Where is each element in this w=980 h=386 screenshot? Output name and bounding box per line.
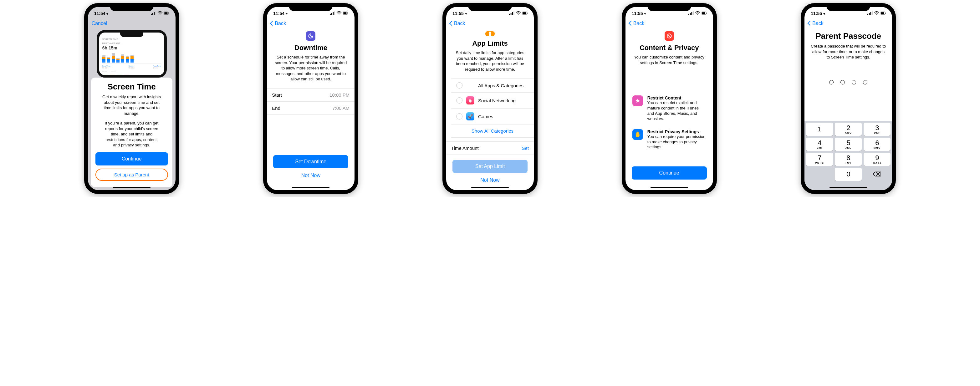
row-value: 10:00 PM bbox=[329, 92, 350, 98]
passcode-dot bbox=[840, 80, 845, 84]
time-amount-row[interactable]: Time Amount Set bbox=[446, 142, 534, 154]
svg-rect-9 bbox=[333, 12, 334, 15]
page-title: Parent Passcode bbox=[805, 31, 892, 43]
category-label: Games bbox=[478, 114, 493, 119]
cancel-button[interactable]: Cancel bbox=[92, 21, 107, 26]
passcode-dot bbox=[829, 80, 834, 84]
key-delete[interactable]: ⌫ bbox=[864, 168, 891, 181]
continue-button[interactable]: Continue bbox=[95, 152, 168, 165]
svg-rect-12 bbox=[344, 12, 347, 14]
svg-rect-24 bbox=[693, 11, 694, 15]
home-indicator[interactable] bbox=[113, 187, 151, 188]
feature-desc: You can restrict explicit and mature con… bbox=[648, 100, 706, 122]
radio-icon[interactable] bbox=[456, 97, 463, 103]
svg-rect-15 bbox=[511, 13, 512, 15]
row-value: Set bbox=[522, 145, 529, 151]
svg-rect-16 bbox=[512, 12, 513, 15]
phone-screen-4: 11:55 Back Content & Privacy You can cus… bbox=[622, 3, 717, 194]
end-row[interactable]: End 7:00 AM bbox=[267, 101, 355, 114]
chevron-left-icon bbox=[808, 21, 812, 26]
key-4[interactable]: 4GHI bbox=[806, 138, 833, 151]
category-label: Social Networking bbox=[478, 98, 515, 103]
games-icon: 🚀 bbox=[466, 112, 474, 121]
phone-screen-2: 11:54 Back Downtime Set a schedule for t… bbox=[263, 3, 358, 194]
row-label: End bbox=[272, 105, 280, 111]
start-row[interactable]: Start 10:00 PM bbox=[267, 89, 355, 101]
chevron-left-icon bbox=[270, 21, 275, 26]
key-9[interactable]: 9WXYZ bbox=[864, 152, 891, 166]
key-5[interactable]: 5JKL bbox=[835, 138, 862, 151]
wifi-icon bbox=[695, 11, 700, 16]
nav-bar: Back bbox=[267, 18, 355, 29]
radio-icon[interactable] bbox=[456, 113, 463, 119]
svg-rect-22 bbox=[690, 13, 690, 15]
page-title: Screen Time bbox=[95, 82, 168, 94]
set-app-limit-button[interactable]: Set App Limit bbox=[452, 160, 528, 173]
app-limits-icon bbox=[485, 31, 495, 36]
continue-button[interactable]: Continue bbox=[632, 167, 707, 179]
passcode-dot bbox=[852, 80, 856, 84]
row-value: 7:00 AM bbox=[332, 105, 350, 111]
setup-parent-button[interactable]: Set up as Parent bbox=[95, 168, 168, 181]
svg-rect-0 bbox=[151, 14, 152, 15]
feature-title: Restrict Privacy Settings bbox=[648, 129, 706, 134]
number-keypad: 1 2ABC 3DEF 4GHI 5JKL 6MNO 7PQRS 8TUV 9W… bbox=[805, 121, 892, 190]
back-button[interactable]: Back bbox=[808, 21, 824, 26]
home-indicator[interactable] bbox=[471, 187, 509, 188]
category-list: All Apps & Categories ◉ Social Networkin… bbox=[451, 78, 534, 138]
category-row[interactable]: ◉ Social Networking bbox=[451, 92, 534, 108]
page-desc: Set daily time limits for app categories… bbox=[446, 50, 534, 76]
key-blank bbox=[806, 168, 833, 181]
back-button[interactable]: Back bbox=[450, 21, 465, 26]
downtime-icon bbox=[306, 31, 315, 41]
home-indicator[interactable] bbox=[292, 187, 329, 188]
key-0[interactable]: 0 bbox=[835, 168, 862, 181]
key-3[interactable]: 3DEF bbox=[864, 122, 891, 136]
page-desc: Create a passcode that will be required … bbox=[805, 43, 892, 64]
svg-rect-23 bbox=[691, 12, 692, 15]
page-desc-2: If you're a parent, you can get reports … bbox=[95, 121, 168, 152]
key-1[interactable]: 1 bbox=[806, 122, 833, 136]
battery-icon bbox=[343, 11, 348, 16]
page-desc: You can customize content and privacy se… bbox=[625, 54, 713, 70]
svg-rect-7 bbox=[330, 14, 331, 15]
nav-bar: Back bbox=[805, 18, 892, 29]
set-downtime-button[interactable]: Set Downtime bbox=[273, 155, 348, 168]
key-8[interactable]: 8TUV bbox=[835, 152, 862, 166]
show-all-button[interactable]: Show All Categories bbox=[451, 124, 534, 137]
time-list: Start 10:00 PM End 7:00 AM bbox=[267, 88, 355, 115]
svg-rect-17 bbox=[514, 11, 514, 15]
svg-rect-20 bbox=[527, 13, 528, 14]
preview-phone: SCREEN TIME Daily Average 6h 15m FaceTim… bbox=[97, 30, 167, 78]
key-7[interactable]: 7PQRS bbox=[806, 152, 833, 166]
not-now-button[interactable]: Not Now bbox=[273, 172, 348, 179]
location-icon bbox=[105, 11, 109, 16]
feature-row: ★ Restrict Content You can restrict expl… bbox=[625, 92, 713, 125]
svg-rect-27 bbox=[706, 13, 706, 14]
svg-rect-31 bbox=[869, 13, 870, 15]
wifi-icon bbox=[515, 11, 521, 16]
svg-rect-30 bbox=[867, 14, 868, 15]
battery-icon bbox=[522, 11, 528, 16]
back-button[interactable]: Back bbox=[629, 21, 644, 26]
category-label: All Apps & Categories bbox=[478, 83, 523, 88]
back-button[interactable]: Back bbox=[270, 21, 286, 26]
nav-bar: Back bbox=[446, 18, 534, 29]
phone-screen-1: 11:54 Cancel SCREEN TIME Dai bbox=[84, 3, 179, 194]
home-indicator[interactable] bbox=[829, 187, 867, 188]
svg-rect-8 bbox=[331, 13, 332, 15]
home-indicator[interactable] bbox=[651, 187, 688, 188]
key-2[interactable]: 2ABC bbox=[835, 122, 862, 136]
not-now-button[interactable]: Not Now bbox=[452, 176, 528, 184]
category-row[interactable]: 🚀 Games bbox=[451, 108, 534, 124]
category-row[interactable]: All Apps & Categories bbox=[451, 78, 534, 92]
radio-icon[interactable] bbox=[456, 82, 463, 89]
key-6[interactable]: 6MNO bbox=[864, 138, 891, 151]
time-amount-list: Time Amount Set bbox=[446, 141, 534, 155]
row-label: Start bbox=[272, 92, 282, 98]
wifi-icon bbox=[336, 11, 342, 16]
status-time: 11:54 bbox=[94, 11, 105, 16]
svg-rect-19 bbox=[523, 12, 526, 14]
svg-rect-3 bbox=[155, 11, 156, 15]
location-icon bbox=[464, 11, 468, 16]
